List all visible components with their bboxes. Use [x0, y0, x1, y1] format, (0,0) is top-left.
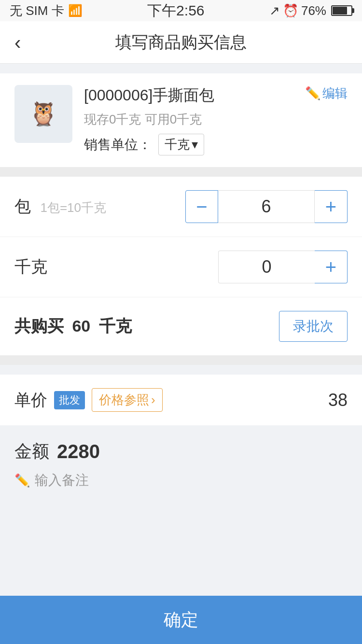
- price-section: 单价 批发 价格参照 › 38: [0, 375, 362, 425]
- arrow-icon: ›: [151, 392, 155, 407]
- amount-value: 2280: [57, 441, 100, 462]
- edit-button[interactable]: ✏️ 编辑: [305, 85, 348, 102]
- wifi-icon: 📶: [68, 4, 83, 17]
- price-value: 38: [328, 390, 348, 410]
- amount-label: 金额: [14, 440, 49, 463]
- nav-bar: ‹ 填写商品购买信息: [0, 21, 362, 64]
- summary-amount: 60: [72, 317, 90, 335]
- battery-percent: 76%: [301, 3, 326, 18]
- unit-value: 千克: [165, 136, 190, 153]
- bag-quantity-input[interactable]: [218, 190, 315, 223]
- bag-hint: 1包=10千克: [40, 200, 106, 215]
- divider-1: [0, 167, 362, 177]
- battery-icon: [331, 5, 352, 16]
- carrier-text: 无 SIM 卡: [10, 2, 64, 19]
- bag-label: 包 1包=10千克: [14, 196, 185, 218]
- bag-input-row: 包 1包=10千克 − +: [0, 177, 362, 237]
- kg-input-row: 千克 +: [0, 237, 362, 297]
- unit-label: 销售单位：: [84, 136, 152, 154]
- product-title-row: [0000006]手撕面包 ✏️ 编辑: [84, 85, 348, 106]
- batch-button[interactable]: 录批次: [279, 311, 348, 342]
- status-bar: 无 SIM 卡 📶 下午2:56 ↗ ⏰ 76%: [0, 0, 362, 21]
- bag-increment-button[interactable]: +: [315, 190, 348, 223]
- kg-label: 千克: [14, 256, 218, 278]
- remark-placeholder: 输入备注: [35, 471, 89, 490]
- unit-select[interactable]: 千克 ▾: [158, 134, 204, 155]
- alarm-icon: ⏰: [283, 3, 298, 18]
- status-right: ↗ ⏰ 76%: [269, 3, 352, 18]
- bag-input-controls: − +: [185, 190, 348, 223]
- back-button[interactable]: ‹: [14, 33, 21, 52]
- product-info: [0000006]手撕面包 ✏️ 编辑 现存0千克 可用0千克 销售单位： 千克…: [84, 85, 348, 155]
- kg-input-controls: +: [218, 251, 348, 283]
- amount-row: 金额 2280: [14, 440, 348, 463]
- bag-decrement-button[interactable]: −: [185, 190, 218, 223]
- product-unit-row: 销售单位： 千克 ▾: [84, 134, 348, 155]
- product-stock: 现存0千克 可用0千克: [84, 111, 348, 128]
- divider-2: [0, 355, 362, 365]
- dropdown-arrow-icon: ▾: [192, 137, 198, 152]
- product-image: 🦉: [14, 85, 72, 143]
- status-carrier: 无 SIM 卡 📶: [10, 2, 83, 19]
- price-tag: 批发: [54, 391, 85, 409]
- product-section: 🦉 [0000006]手撕面包 ✏️ 编辑 现存0千克 可用0千克 销售单位： …: [0, 73, 362, 167]
- status-time: 下午2:56: [147, 1, 204, 21]
- kg-increment-button[interactable]: +: [315, 251, 348, 283]
- confirm-button[interactable]: 确定: [164, 608, 198, 632]
- remark-row[interactable]: ✏️ 输入备注: [14, 471, 348, 490]
- summary-row: 共购买 60 千克 录批次: [0, 297, 362, 355]
- price-reference-button[interactable]: 价格参照 ›: [92, 388, 163, 412]
- product-name: [0000006]手撕面包: [84, 85, 214, 106]
- amount-section: 金额 2280 ✏️ 输入备注: [0, 426, 362, 499]
- page-title: 填写商品购买信息: [115, 31, 247, 54]
- price-row: 单价 批发 价格参照 › 38: [14, 388, 348, 412]
- summary-text: 共购买 60 千克: [14, 315, 132, 337]
- price-label: 单价: [14, 389, 47, 411]
- location-icon: ↗: [269, 3, 280, 18]
- pencil-icon: ✏️: [14, 473, 30, 488]
- confirm-bar[interactable]: 确定: [0, 596, 362, 644]
- kg-quantity-input[interactable]: [218, 251, 315, 283]
- product-logo: 🦉: [29, 100, 58, 127]
